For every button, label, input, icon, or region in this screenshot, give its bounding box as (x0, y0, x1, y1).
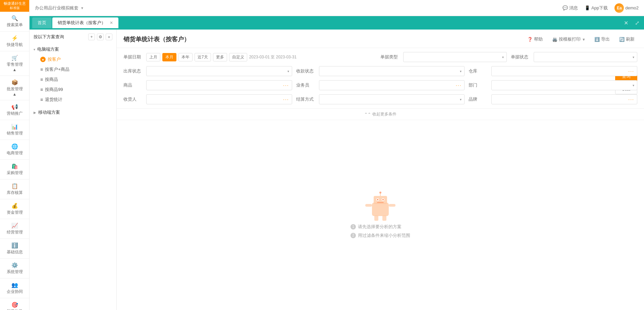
sidebar-item-label: 新手引导 (1, 309, 28, 310)
doc-type-select[interactable]: ▾ (403, 52, 507, 62)
product-select[interactable]: ··· (146, 80, 292, 90)
filter-panel-header: 按以下方案查询 + ⚙ « (30, 34, 116, 43)
out-status-select[interactable]: ▾ (146, 66, 292, 76)
sidebar-item-inventory[interactable]: 📋 库存核算 (0, 179, 29, 199)
tip-num-1: 1 (351, 224, 356, 229)
system-icon: ⚙️ (1, 262, 28, 268)
basic-icon: ℹ️ (1, 242, 28, 249)
app-download-icon: 📱 (585, 5, 590, 10)
user-name: demo2 (625, 5, 639, 10)
page-title: 销货单统计表（按客户） (123, 35, 190, 43)
sidebar-item-purchase[interactable]: 🛍️ 采购管理 (0, 160, 29, 179)
ecommerce-icon: 🌐 (1, 143, 28, 150)
tab-close-icon[interactable]: ✕ (110, 20, 113, 25)
mobile-section: ▶ 移动端方案 (30, 106, 116, 119)
empty-tip-2: 2 用过滤条件来缩小分析范围 (351, 232, 410, 239)
app-download-btn[interactable]: 📱 App下载 (585, 5, 608, 11)
page-title-bar: 销货单统计表（按客户） ❓ 帮助 🖨️ 按模板打印 ⬇️ 导出 (117, 30, 644, 48)
settlement-field: 结算方式 ▾ (296, 94, 465, 104)
scheme-icon: ≡ (40, 97, 43, 102)
empty-illustration (360, 189, 400, 224)
scheme-icon: ≡ (40, 87, 43, 92)
recipient-select[interactable]: ··· (146, 94, 292, 104)
scheme-by-customer[interactable]: ● 按客户 (30, 54, 116, 64)
sidebar-item-ecommerce[interactable]: 🌐 电商管理 (0, 140, 29, 160)
tab-maximize-icon[interactable]: ⤢ (633, 19, 641, 27)
desktop-section: ▾ 电脑端方案 ● 按客户 ≡ 按客户+商品 ≡ 按商品 ≡ 按商品99 (30, 43, 116, 106)
settlement-select[interactable]: ▾ (319, 94, 465, 104)
date-btn-this-year[interactable]: 本年 (178, 53, 193, 61)
tab-close-all-icon[interactable]: ✕ (622, 19, 630, 27)
svg-rect-7 (365, 204, 372, 207)
template-print-btn[interactable]: 🖨️ 按模板打印 (549, 35, 588, 44)
warehouse-field: 仓库 ··· (469, 66, 637, 76)
help-btn[interactable]: ❓ 帮助 (525, 35, 545, 44)
warehouse-select[interactable]: ··· (491, 66, 637, 76)
sidebar-item-quick-nav[interactable]: ⚡ 快捷导航 (0, 32, 29, 51)
doc-status-select[interactable]: ▾ (534, 52, 637, 62)
sidebar-item-newbie[interactable]: 🎯 新手引导 (0, 298, 29, 310)
filter-section: 单据日期 上月 本月 本年 近7天 更多 自定义 2023-03-01 至 20… (117, 48, 644, 109)
collapse-bar[interactable]: ⌃⌃ 收起更多条件 (117, 109, 644, 120)
scheme-by-product[interactable]: ≡ 按商品 (30, 74, 116, 85)
svg-rect-8 (389, 204, 395, 207)
date-btn-7days[interactable]: 近7天 (195, 53, 211, 61)
brand-label: 品牌 (469, 96, 489, 102)
collapse-scheme-btn[interactable]: « (106, 34, 112, 40)
mobile-section-header[interactable]: ▶ 移动端方案 (30, 107, 116, 117)
help-label: 帮助 (534, 36, 543, 42)
breadcrumb-dropdown-icon[interactable]: ▾ (81, 6, 83, 10)
sidebar-item-marketing[interactable]: 📢 营销推广 (0, 100, 29, 120)
header-left: 办公用品行业模拟账套 ▾ (35, 5, 83, 11)
active-tab-label: 销货单统计表（按客户） (58, 20, 106, 26)
sidebar-item-finance[interactable]: 💰 资金管理 (0, 199, 29, 219)
date-btn-custom[interactable]: 自定义 (229, 53, 247, 61)
message-btn[interactable]: 💬 消息 (562, 5, 578, 11)
sidebar-item-enterprise[interactable]: 👥 企业协同 (0, 278, 29, 298)
date-btn-more[interactable]: 更多 (213, 53, 227, 61)
sidebar-item-system[interactable]: ⚙️ 系统管理 (0, 259, 29, 278)
export-icon: ⬇️ (594, 37, 600, 42)
tab-sales-stats[interactable]: 销货单统计表（按客户） ✕ (52, 17, 118, 28)
doc-type-label: 单据类型 (380, 54, 400, 60)
salesperson-label: 业务员 (296, 82, 316, 88)
date-btn-this-month[interactable]: 本月 (162, 53, 176, 61)
brand-select[interactable]: ··· (491, 94, 637, 104)
add-scheme-btn[interactable]: + (88, 34, 95, 40)
tip-text-1: 请先选择要分析的方案 (358, 224, 401, 230)
brand-field: 品牌 ··· (469, 94, 637, 104)
avatar-text: Ea (617, 6, 622, 10)
sales-icon: 📊 (1, 123, 28, 130)
scheme-return-stats[interactable]: ≡ 退货统计 (30, 95, 116, 105)
sidebar-item-sales[interactable]: 📊 销售管理 (0, 120, 29, 140)
export-btn[interactable]: ⬇️ 导出 (592, 35, 612, 44)
refresh-btn[interactable]: 🔄 刷新 (616, 35, 637, 44)
sidebar-item-search-menu[interactable]: 🔍 搜索菜单 (0, 12, 29, 32)
sidebar-item-operation[interactable]: 📈 经营管理 (0, 219, 29, 239)
wholesale-icon: 📦 (1, 79, 28, 86)
scheme-by-customer-product-label: 按客户+商品 (45, 66, 69, 72)
date-btn-last-month[interactable]: 上月 (146, 53, 160, 61)
sidebar-item-basic[interactable]: ℹ️ 基础信息 (0, 239, 29, 259)
department-select[interactable]: ▾ (491, 80, 637, 90)
receipt-status-label: 收款状态 (296, 68, 316, 74)
department-label: 部门 (469, 82, 489, 88)
tab-home[interactable]: 首页 (32, 17, 52, 28)
receipt-status-select[interactable]: ▾ (319, 66, 465, 76)
user-menu[interactable]: Ea demo2 (614, 3, 639, 13)
top-header: 办公用品行业模拟账套 ▾ 💬 消息 📱 App下载 Ea demo2 (30, 0, 644, 16)
breadcrumb: 办公用品行业模拟账套 (35, 5, 78, 11)
scheme-by-customer-product[interactable]: ≡ 按客户+商品 (30, 64, 116, 74)
svg-rect-9 (374, 215, 378, 221)
desktop-section-header[interactable]: ▾ 电脑端方案 (30, 44, 116, 54)
help-icon: ❓ (527, 37, 533, 42)
salesperson-select[interactable]: ··· (319, 80, 465, 90)
scheme-by-product99[interactable]: ≡ 按商品99 (30, 85, 116, 95)
doc-type-field: 单据类型 ▾ (380, 52, 507, 62)
sidebar-item-retail[interactable]: 🛒 零售管理 ▲ (0, 51, 29, 76)
sidebar-item-wholesale[interactable]: 📦 批发管理 ▲ (0, 76, 29, 100)
svg-point-5 (382, 199, 384, 200)
message-label: 消息 (569, 5, 578, 11)
robot-icon (360, 189, 400, 223)
settings-scheme-btn[interactable]: ⚙ (97, 34, 104, 40)
